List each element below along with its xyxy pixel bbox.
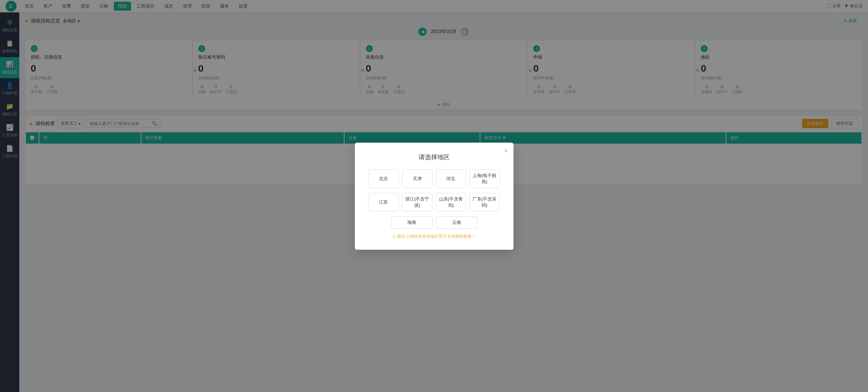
modal-close-btn[interactable]: × — [504, 147, 508, 155]
modal-title: 请选择地区 — [369, 153, 500, 161]
warning-icon: ⚠ — [392, 234, 396, 239]
region-btn-guangdong[interactable]: 广东(不含深圳) — [469, 193, 500, 212]
region-btn-zhejiang[interactable]: 浙江(不含宁波) — [402, 193, 432, 212]
region-btn-beijing[interactable]: 北京 — [369, 169, 399, 188]
warning-text: 除以上地区外其他地区暂不支持报税检查！ — [397, 234, 476, 239]
modal-region-row1: 北京 天津 河北 上海(电子税局) — [369, 169, 500, 188]
region-btn-jiangsu[interactable]: 江苏 — [369, 193, 399, 212]
region-btn-shanghai[interactable]: 上海(电子税局) — [469, 169, 500, 188]
region-select-modal: × 请选择地区 北京 天津 河北 上海(电子税局) 江苏 浙江(不含宁波) 山东… — [355, 143, 513, 250]
region-btn-shandong[interactable]: 山东(不含青岛) — [436, 193, 466, 212]
region-btn-yunnan[interactable]: 云南 — [436, 216, 477, 229]
region-btn-hainan[interactable]: 海南 — [391, 216, 432, 229]
modal-overlay[interactable]: × 请选择地区 北京 天津 河北 上海(电子税局) 江苏 浙江(不含宁波) 山东… — [0, 0, 868, 392]
region-btn-tianjin[interactable]: 天津 — [402, 169, 432, 188]
modal-warning: ⚠ 除以上地区外其他地区暂不支持报税检查！ — [369, 234, 500, 239]
region-btn-hebei[interactable]: 河北 — [436, 169, 466, 188]
modal-region-row3: 海南 云南 — [369, 216, 500, 229]
modal-region-row2: 江苏 浙江(不含宁波) 山东(不含青岛) 广东(不含深圳) — [369, 193, 500, 212]
